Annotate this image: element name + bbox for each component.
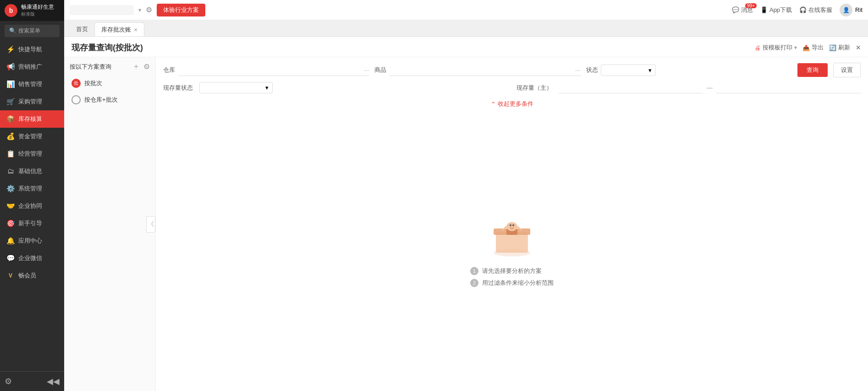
product-input-wrap: ··· (389, 65, 580, 76)
export-button[interactable]: 📤 导出 (802, 43, 824, 52)
refresh-button[interactable]: 🔄 刷新 (829, 43, 850, 52)
collapse-label: 收起更多条件 (498, 100, 533, 108)
basic-icon: 🗂 (6, 167, 15, 175)
product-filter-label: 商品 (374, 66, 386, 74)
empty-illustration (484, 209, 539, 260)
query-button[interactable]: 查询 (797, 63, 828, 77)
topbar-gear-button[interactable]: ⚙ (146, 5, 152, 14)
message-badge: 99+ (745, 3, 757, 8)
print-chevron-icon: ▾ (794, 44, 797, 51)
content-area: 现存量查询(按批次) 🖨 按模板打印 ▾ 📤 导出 🔄 刷新 (64, 37, 868, 391)
sidebar-item-member[interactable]: V 畅会员 (0, 267, 64, 284)
sidebar-item-system[interactable]: ⚙️ 系统管理 (0, 180, 64, 197)
status-select[interactable]: ▾ (601, 65, 656, 76)
collapse-panel-button[interactable]: 《 (146, 216, 155, 233)
scheme-batch[interactable]: 批 按批次 (64, 75, 155, 92)
topbar-dropdown-button[interactable]: ▾ (138, 7, 141, 13)
stock-qty-from-input[interactable] (559, 84, 703, 91)
sidebar-item-apps[interactable]: 🔔 应用中心 (0, 232, 64, 250)
page-title: 现存量查询(按批次) (71, 42, 143, 53)
sidebar-item-purchase[interactable]: 🛒 采购管理 (0, 93, 64, 110)
inventory-icon: 📦 (6, 115, 15, 123)
operations-icon: 📋 (6, 150, 15, 158)
finance-icon: 💰 (6, 132, 15, 141)
sidebar-item-finance[interactable]: 💰 资金管理 (0, 128, 64, 145)
sidebar-item-enterprise[interactable]: 🤝 企业协同 (0, 197, 64, 215)
user-menu-button[interactable]: 👤 Rit (840, 4, 863, 16)
sidebar-item-operations[interactable]: 📋 经营管理 (0, 145, 64, 163)
sidebar-item-basic[interactable]: 🗂 基础信息 (0, 163, 64, 180)
filter-warehouse-group: 仓库 ··· (163, 65, 369, 76)
stock-status-chevron-icon: ▾ (265, 84, 269, 91)
page-body: 按以下方案查询 ＋ ⚙ 批 按批次 (64, 57, 868, 391)
inventory-label: 库存核算 (18, 115, 42, 123)
close-page-button[interactable]: × (856, 43, 861, 53)
company-name: 畅康通好生意 (21, 4, 54, 11)
sidebar: b 畅康通好生意 标准版 🔍 搜索菜单 ⚡ 快捷导航 📢 营销推广 📊 销售管理… (0, 0, 64, 391)
product-input[interactable] (389, 66, 575, 73)
sidebar-nav: ⚡ 快捷导航 📢 营销推广 📊 销售管理 🛒 采购管理 📦 库存核算 💰 资金管… (0, 41, 64, 371)
print-template-button[interactable]: 🖨 按模板打印 ▾ (755, 43, 797, 52)
product-more-button[interactable]: ··· (575, 66, 581, 74)
left-panel: 按以下方案查询 ＋ ⚙ 批 按批次 (64, 57, 156, 391)
filter-settings-button[interactable]: 设置 (833, 63, 861, 77)
add-scheme-button[interactable]: ＋ (132, 62, 140, 71)
collapse-row[interactable]: ⌃ 收起更多条件 (163, 97, 861, 111)
refresh-label: 刷新 (838, 43, 850, 52)
apps-label: 应用中心 (18, 237, 42, 245)
warehouse-more-button[interactable]: ··· (364, 66, 369, 74)
page-actions: 🖨 按模板打印 ▾ 📤 导出 🔄 刷新 × (755, 43, 861, 53)
warehouse-input-wrap: ··· (178, 65, 369, 76)
message-button[interactable]: 💬 消息 99+ (732, 6, 753, 14)
sidebar-item-wechat[interactable]: 💬 企业微信 (0, 250, 64, 267)
tab-home-label: 首页 (76, 25, 88, 33)
hint-1-text: 请先选择要分析的方案 (482, 267, 542, 275)
page-wrap: 现存量查询(按批次) 🖨 按模板打印 ▾ 📤 导出 🔄 刷新 (64, 37, 868, 391)
user-name: Rit (855, 6, 863, 13)
wechat-icon: 💬 (6, 254, 15, 262)
print-icon: 🖨 (755, 44, 761, 51)
scheme-warehouse-batch[interactable]: 按仓库+批次 (64, 92, 155, 108)
sidebar-item-guide[interactable]: 🎯 新手引导 (0, 215, 64, 232)
search-menu-label: 搜索菜单 (18, 27, 40, 35)
status-chevron-icon: ▾ (648, 67, 652, 74)
tab-home[interactable]: 首页 (70, 22, 94, 36)
sidebar-item-inventory[interactable]: 📦 库存核算 (0, 110, 64, 128)
system-label: 系统管理 (18, 185, 42, 193)
warehouse-input[interactable] (178, 66, 364, 73)
stock-status-label: 现存量状态 (163, 84, 193, 92)
apps-icon: 🔔 (6, 237, 15, 245)
sales-icon: 📊 (6, 80, 15, 88)
scheme-settings-button[interactable]: ⚙ (143, 62, 150, 71)
app-download-label: App下载 (769, 6, 792, 14)
settings-footer-button[interactable]: ⚙ (5, 376, 12, 386)
stock-qty-to-input[interactable] (716, 84, 861, 91)
online-service-button[interactable]: 🎧 在线客服 (799, 6, 832, 14)
sales-label: 销售管理 (18, 80, 42, 88)
sidebar-item-sales[interactable]: 📊 销售管理 (0, 76, 64, 93)
search-menu-button[interactable]: 🔍 搜索菜单 (5, 25, 60, 37)
wechat-label: 企业微信 (18, 254, 42, 262)
tab-close-button[interactable]: × (134, 27, 137, 33)
member-label: 畅会员 (18, 272, 36, 280)
hint-1: 1 请先选择要分析的方案 (470, 267, 554, 275)
svg-point-4 (506, 222, 517, 231)
warehouse-filter-label: 仓库 (163, 66, 175, 74)
sidebar-item-marketing[interactable]: 📢 营销推广 (0, 58, 64, 76)
operations-label: 经营管理 (18, 150, 42, 158)
topbar-search-input[interactable] (73, 7, 119, 13)
quick-nav-icon: ⚡ (6, 45, 15, 54)
stock-status-select[interactable]: ▾ (199, 82, 273, 93)
app-logo: b (5, 4, 17, 17)
user-avatar: 👤 (840, 4, 852, 16)
collapse-sidebar-button[interactable]: ◀◀ (47, 376, 60, 386)
sidebar-item-quick-nav[interactable]: ⚡ 快捷导航 (0, 41, 64, 58)
tab-inventory-batch[interactable]: 库存批次账 × (94, 22, 144, 36)
try-industry-button[interactable]: 体验行业方案 (157, 4, 205, 16)
status-filter-label: 状态 (586, 66, 598, 74)
purchase-label: 采购管理 (18, 98, 42, 106)
enterprise-icon: 🤝 (6, 202, 15, 210)
app-download-button[interactable]: 📱 App下载 (760, 6, 792, 14)
main-area: ▾ ⚙ 体验行业方案 💬 消息 99+ 📱 App下载 🎧 在线客服 👤 Rit (64, 0, 868, 391)
sidebar-search-wrap: 🔍 搜索菜单 (0, 21, 64, 41)
